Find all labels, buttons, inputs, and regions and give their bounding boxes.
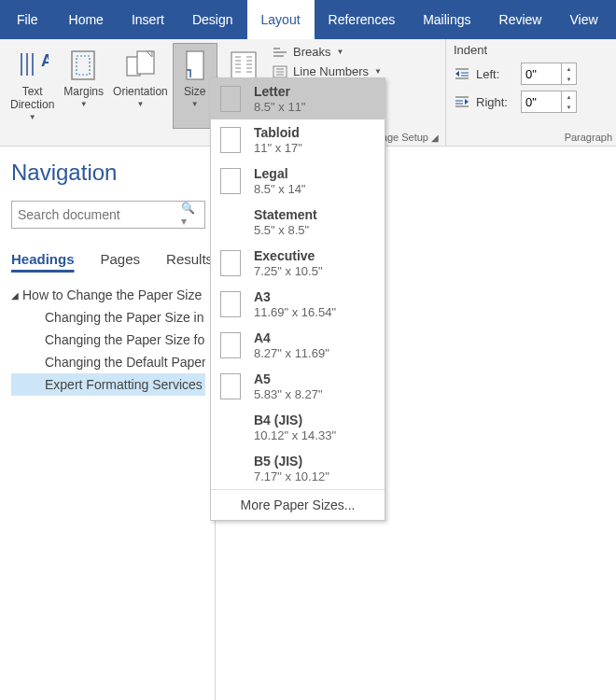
page-thumb-icon [220, 291, 241, 317]
line-numbers-button[interactable]: Line Numbers ▼ [273, 64, 382, 78]
outline-item[interactable]: Expert Formatting Services [11, 373, 205, 396]
down-arrow-icon[interactable]: ▼ [562, 74, 576, 84]
size-option[interactable]: B4 (JIS)10.12" x 14.33" [211, 407, 385, 448]
svg-marker-36 [465, 99, 469, 105]
page-setup-launcher[interactable]: ◢ [431, 133, 442, 144]
tab-design[interactable]: Design [178, 0, 247, 39]
tab-home[interactable]: Home [55, 0, 118, 39]
tab-file[interactable]: File [0, 0, 55, 39]
orientation-button[interactable]: Orientation ▼ [108, 43, 173, 129]
ribbon-tabs: File HomeInsertDesignLayoutReferencesMai… [0, 0, 616, 39]
tab-view[interactable]: View [555, 0, 611, 39]
search-icon[interactable]: 🔍▾ [181, 202, 199, 228]
margins-icon [66, 48, 102, 83]
page-thumb-icon [220, 373, 241, 399]
size-option[interactable]: A55.83" x 8.27" [211, 366, 385, 407]
indent-right-icon [454, 94, 470, 109]
tab-mailings[interactable]: Mailings [409, 0, 484, 39]
page-thumb-icon [220, 168, 241, 194]
indent-left-input[interactable]: ▲▼ [521, 63, 577, 85]
page-thumb-icon [220, 250, 241, 276]
search-input[interactable]: 🔍▾ [11, 201, 205, 229]
size-icon [177, 48, 213, 83]
breaks-button[interactable]: Breaks ▼ [273, 45, 382, 59]
line-numbers-icon [273, 65, 287, 78]
text-direction-button[interactable]: A Text Direction ▼ [6, 43, 59, 129]
ribbon: A Text Direction ▼ Margins ▼ Orientation… [0, 39, 616, 147]
page-thumb-icon [220, 86, 241, 112]
size-option[interactable]: A311.69" x 16.54" [211, 284, 385, 325]
size-dropdown: Letter8.5" x 11"Tabloid11" x 17"Legal8.5… [210, 77, 385, 521]
outline-item[interactable]: Changing the Paper Size in Word for Offi… [11, 306, 205, 329]
group-paragraph: Indent Left: ▲▼ Right: ▲▼ Paragraph [446, 39, 616, 146]
more-paper-sizes[interactable]: More Paper Sizes... [211, 489, 385, 520]
up-arrow-icon[interactable]: ▲ [562, 63, 576, 74]
size-option[interactable]: Tabloid11" x 17" [211, 119, 385, 161]
chevron-down-icon: ▼ [29, 113, 36, 121]
tab-review[interactable]: Review [485, 0, 556, 39]
chevron-down-icon: ▼ [80, 100, 88, 108]
orientation-icon [122, 48, 158, 83]
outline-item[interactable]: Changing the Default Paper Size [11, 351, 205, 373]
tab-insert[interactable]: Insert [118, 0, 178, 39]
chevron-down-icon: ▼ [374, 67, 382, 76]
page-thumb-icon [220, 127, 241, 153]
text-direction-icon: A [15, 48, 50, 83]
svg-text:A: A [41, 51, 49, 70]
size-option[interactable]: B5 (JIS)7.17" x 10.12" [211, 448, 385, 489]
nav-tabs: HeadingsPagesResults [11, 251, 205, 267]
nav-tab-results[interactable]: Results [166, 251, 213, 267]
breaks-icon [273, 46, 287, 59]
svg-rect-5 [77, 56, 90, 75]
size-option[interactable]: Letter8.5" x 11" [211, 78, 385, 119]
nav-tab-headings[interactable]: Headings [11, 251, 75, 267]
down-arrow-icon[interactable]: ▼ [562, 102, 576, 112]
navigation-pane: Navigation 🔍▾ HeadingsPagesResults ◢ How… [0, 147, 215, 700]
tab-container: HomeInsertDesignLayoutReferencesMailings… [55, 0, 612, 39]
svg-rect-9 [231, 52, 256, 78]
size-option[interactable]: A48.27" x 11.69" [211, 325, 385, 366]
svg-rect-8 [187, 51, 203, 79]
size-option[interactable]: Statement5.5" x 8.5" [211, 202, 385, 243]
nav-tab-pages[interactable]: Pages [101, 251, 141, 267]
svg-marker-31 [455, 71, 459, 77]
chevron-down-icon: ▼ [191, 100, 199, 108]
chevron-down-icon: ▼ [136, 100, 144, 108]
outline: ◢ How to Change the Paper Size in Word f… [11, 284, 205, 396]
navigation-title: Navigation [11, 160, 205, 186]
chevron-down-icon: ▼ [337, 48, 344, 56]
page-thumb-icon [220, 332, 241, 358]
indent-right-input[interactable]: ▲▼ [521, 91, 577, 113]
up-arrow-icon[interactable]: ▲ [562, 91, 576, 102]
tab-layout[interactable]: Layout [247, 0, 315, 39]
tab-references[interactable]: References [315, 0, 410, 39]
outline-root[interactable]: ◢ How to Change the Paper Size in Word f… [11, 284, 205, 306]
size-option[interactable]: Executive7.25" x 10.5" [211, 243, 385, 284]
size-option[interactable]: Legal8.5" x 14" [211, 161, 385, 202]
indent-left-icon [454, 66, 470, 81]
collapse-arrow-icon[interactable]: ◢ [11, 290, 19, 301]
margins-button[interactable]: Margins ▼ [59, 43, 108, 129]
outline-item[interactable]: Changing the Paper Size for a Section [11, 329, 205, 351]
